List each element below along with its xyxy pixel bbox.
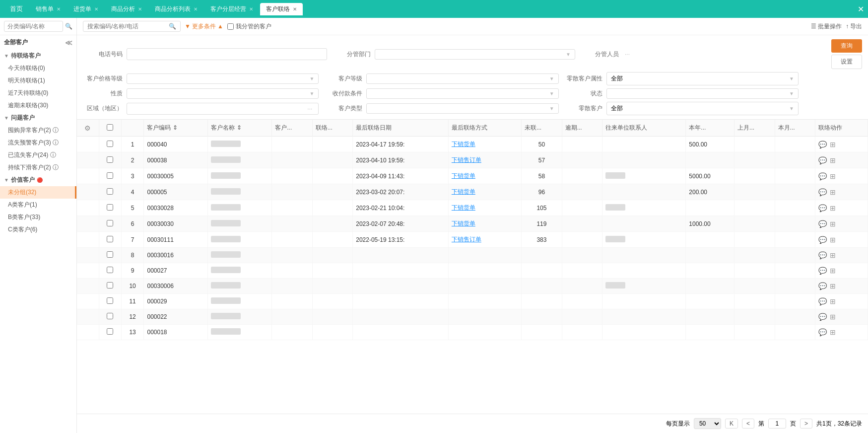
page-number-input[interactable]: [768, 419, 786, 429]
close-tab-purchase-order[interactable]: ✕: [94, 6, 98, 12]
close-tab-product-analysis[interactable]: ✕: [138, 6, 142, 12]
region-select[interactable]: ···: [127, 103, 319, 115]
th-last-month[interactable]: 上月...: [734, 120, 775, 137]
th-name[interactable]: 客户名称 ⇕: [208, 120, 272, 137]
close-window-icon[interactable]: ✕: [858, 4, 864, 14]
reset-button[interactable]: 设置: [831, 55, 862, 69]
action-chat-icon[interactable]: 💬: [818, 282, 827, 290]
action-grid-icon[interactable]: ⊞: [830, 297, 836, 305]
close-tab-customer-segment[interactable]: ✕: [249, 6, 253, 12]
row-checkbox[interactable]: [107, 313, 113, 319]
th-overdue[interactable]: 逾期...: [562, 120, 602, 137]
tab-customer-segment[interactable]: 客户分层经营 ✕: [204, 3, 259, 15]
row-checkbox[interactable]: [107, 236, 113, 242]
sidebar-item-abnormal[interactable]: 囤购异常客户(2) ⓘ: [0, 124, 76, 137]
close-tab-sales-order[interactable]: ✕: [57, 6, 61, 12]
action-chat-icon[interactable]: 💬: [818, 313, 827, 321]
action-chat-icon[interactable]: 💬: [818, 220, 827, 228]
row-checkbox[interactable]: [107, 328, 113, 335]
sidebar-item-ungroup[interactable]: 未分组(32): [0, 186, 76, 199]
sidebar-item-7days[interactable]: 近7天待联络(0): [0, 87, 76, 99]
action-chat-icon[interactable]: 💬: [818, 172, 827, 180]
close-tab-product-analysis-list[interactable]: ✕: [194, 6, 198, 12]
customer-type-select[interactable]: ▼: [366, 103, 558, 114]
action-grid-icon[interactable]: ⊞: [830, 141, 836, 148]
my-customers-checkbox[interactable]: [227, 23, 234, 30]
th-company-contact[interactable]: 往来单位联系人: [602, 120, 686, 137]
price-level-select[interactable]: ▼: [127, 73, 319, 84]
action-chat-icon[interactable]: 💬: [818, 204, 827, 212]
more-conditions-btn[interactable]: ▼ 更多条件 ▲: [185, 22, 223, 31]
prev-page-btn[interactable]: <: [742, 419, 754, 429]
batch-operation-btn[interactable]: ☰ 批量操作: [811, 22, 842, 31]
row-checkbox[interactable]: [107, 251, 113, 258]
customer-level-select[interactable]: ▼: [366, 73, 558, 84]
action-grid-icon[interactable]: ⊞: [830, 156, 836, 164]
select-all-checkbox[interactable]: [107, 124, 113, 131]
action-grid-icon[interactable]: ⊞: [830, 220, 836, 228]
action-chat-icon[interactable]: 💬: [818, 156, 827, 164]
sidebar-item-class-c[interactable]: C类客户(6): [0, 223, 76, 236]
sidebar-item-churned[interactable]: 已流失客户(24) ⓘ: [0, 149, 76, 161]
action-grid-icon[interactable]: ⊞: [830, 267, 836, 275]
last-method-link[interactable]: 下销售订单: [452, 236, 481, 243]
th-this-month[interactable]: 本月...: [775, 120, 815, 137]
action-chat-icon[interactable]: 💬: [818, 141, 827, 148]
row-checkbox[interactable]: [107, 141, 113, 147]
sidebar-item-today[interactable]: 今天待联络(0): [0, 62, 76, 74]
tab-product-analysis[interactable]: 商品分析 ✕: [105, 3, 148, 15]
action-chat-icon[interactable]: 💬: [818, 236, 827, 244]
th-code[interactable]: 客户编码 ⇕: [144, 120, 208, 137]
filter-search-icon[interactable]: 🔍: [169, 23, 176, 30]
export-btn[interactable]: ↑ 导出: [846, 22, 862, 31]
action-grid-icon[interactable]: ⊞: [830, 328, 836, 336]
th-action[interactable]: 联络动作: [815, 120, 868, 137]
category-search-input[interactable]: [4, 21, 63, 32]
next-page-btn[interactable]: >: [800, 419, 812, 429]
sidebar-collapse-icon[interactable]: ≪: [65, 39, 72, 47]
th-contact[interactable]: 联络...: [312, 120, 353, 137]
scatter-attr-select[interactable]: 全部 ▼: [606, 72, 799, 85]
action-chat-icon[interactable]: 💬: [818, 251, 827, 259]
first-page-btn[interactable]: K: [725, 419, 738, 429]
tab-purchase-order[interactable]: 进货单 ✕: [67, 3, 104, 15]
sidebar-item-declining[interactable]: 持续下滑客户(2) ⓘ: [0, 161, 76, 174]
tab-sales-order[interactable]: 销售单 ✕: [30, 3, 67, 15]
status-select[interactable]: ▼: [606, 88, 799, 99]
nature-select[interactable]: ▼: [127, 88, 319, 99]
filter-search-input[interactable]: [87, 23, 167, 30]
sidebar-item-overdue[interactable]: 逾期未联络(30): [0, 99, 76, 112]
action-chat-icon[interactable]: 💬: [818, 267, 827, 275]
tab-home[interactable]: 首页: [4, 2, 29, 15]
th-this-year[interactable]: 本年...: [686, 120, 734, 137]
pending-contact-title[interactable]: ▼ 待联络客户: [0, 50, 76, 62]
last-method-link[interactable]: 下销货单: [452, 141, 475, 147]
row-checkbox[interactable]: [107, 204, 113, 211]
last-method-link[interactable]: 下销货单: [452, 220, 475, 227]
action-chat-icon[interactable]: 💬: [818, 328, 827, 336]
action-grid-icon[interactable]: ⊞: [830, 188, 836, 196]
action-grid-icon[interactable]: ⊞: [830, 282, 836, 290]
row-checkbox[interactable]: [107, 267, 113, 273]
action-grid-icon[interactable]: ⊞: [830, 204, 836, 212]
all-customers-header[interactable]: 全部客户 ≪: [0, 35, 76, 50]
settings-gear-icon[interactable]: ⚙: [84, 124, 91, 132]
th-type[interactable]: 客户...: [272, 120, 313, 137]
row-checkbox[interactable]: [107, 282, 113, 289]
tab-product-analysis-list[interactable]: 商品分析列表 ✕: [149, 3, 203, 15]
last-method-link[interactable]: 下销货单: [452, 172, 475, 179]
page-size-select[interactable]: 50 20 100: [694, 418, 721, 429]
th-uncontacted[interactable]: 未联...: [522, 120, 562, 137]
th-last-method[interactable]: 最后联络方式: [448, 120, 521, 137]
sidebar-item-churn-warning[interactable]: 流失预警客户(3) ⓘ: [0, 137, 76, 149]
row-checkbox[interactable]: [107, 188, 113, 195]
payment-select[interactable]: ▼: [366, 88, 558, 99]
row-checkbox[interactable]: [107, 220, 113, 226]
close-tab-customer-contact[interactable]: ✕: [293, 6, 297, 12]
row-checkbox[interactable]: [107, 172, 113, 179]
tab-customer-contact[interactable]: 客户联络 ✕: [260, 3, 303, 15]
last-method-link[interactable]: 下销货单: [452, 188, 475, 195]
action-grid-icon[interactable]: ⊞: [830, 313, 836, 321]
action-chat-icon[interactable]: 💬: [818, 297, 827, 305]
manager-dots[interactable]: ···: [623, 51, 632, 58]
